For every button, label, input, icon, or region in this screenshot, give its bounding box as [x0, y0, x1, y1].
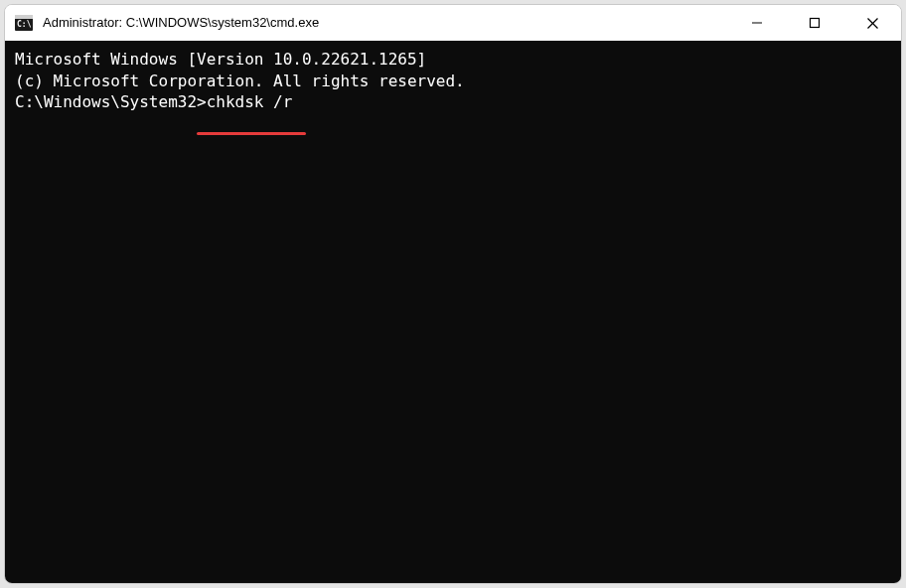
prompt-text: C:\Windows\System32> [15, 91, 207, 113]
command-text: chkdsk /r [207, 91, 293, 113]
cmd-icon: C:\ [15, 14, 33, 32]
svg-rect-1 [15, 15, 33, 19]
svg-text:C:\: C:\ [17, 20, 32, 29]
close-icon [866, 17, 879, 30]
minimize-icon [751, 17, 763, 29]
maximize-button[interactable] [786, 5, 843, 41]
version-line: Microsoft Windows [Version 10.0.22621.12… [15, 49, 891, 71]
close-button[interactable] [843, 5, 901, 41]
maximize-icon [809, 17, 821, 29]
window-controls [728, 5, 901, 41]
window-title: Administrator: C:\WINDOWS\system32\cmd.e… [43, 5, 728, 41]
prompt-line: C:\Windows\System32>chkdsk /r [15, 91, 891, 113]
copyright-line: (c) Microsoft Corporation. All rights re… [15, 71, 891, 92]
minimize-button[interactable] [728, 5, 786, 41]
titlebar[interactable]: C:\ Administrator: C:\WINDOWS\system32\c… [5, 5, 901, 41]
underline-annotation [197, 132, 306, 135]
cmd-window: C:\ Administrator: C:\WINDOWS\system32\c… [4, 4, 902, 584]
terminal-area[interactable]: Microsoft Windows [Version 10.0.22621.12… [5, 41, 901, 583]
svg-rect-4 [811, 19, 820, 28]
